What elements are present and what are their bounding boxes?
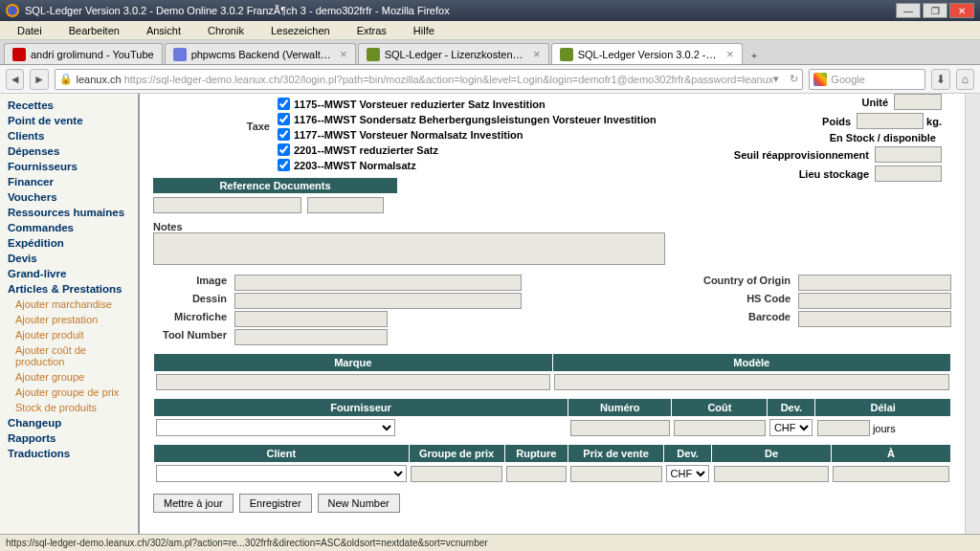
marque-header: Marque <box>154 354 553 372</box>
brand-table: MarqueModèle <box>153 353 951 392</box>
tax-1177-checkbox[interactable] <box>278 128 290 141</box>
page-icon <box>560 48 573 61</box>
groupe-input[interactable] <box>411 466 502 482</box>
delai-input[interactable] <box>817 420 870 436</box>
sidebar-ajouter-groupeprix[interactable]: Ajouter groupe de prix <box>8 385 136 400</box>
firefox-icon <box>6 4 19 17</box>
dev-header: Dev. <box>768 399 815 417</box>
sidebar-stock[interactable]: Stock de produits <box>8 400 136 415</box>
lock-icon: 🔒 <box>59 73 73 85</box>
sidebar-ajouter-produit[interactable]: Ajouter produit <box>8 327 136 342</box>
tab-sqlledger1[interactable]: SQL-Ledger - Lizenzkostenfreien Ope...× <box>358 43 549 64</box>
sidebar-ajouter-prestation[interactable]: Ajouter prestation <box>8 312 136 327</box>
tax-1176-label: 1176--MWST Sondersatz Beherbergungsleist… <box>294 114 657 125</box>
microfiche-input[interactable] <box>234 311 388 327</box>
menu-extras[interactable]: Extras <box>344 23 400 38</box>
a-header: À <box>831 445 950 463</box>
hscode-input[interactable] <box>798 293 951 309</box>
close-button[interactable]: ✕ <box>949 3 974 18</box>
sidebar-depenses[interactable]: Dépenses <box>8 143 136 159</box>
dev-select[interactable]: CHF <box>769 419 813 436</box>
menu-bearbeiten[interactable]: Bearbeiten <box>56 23 133 38</box>
vertical-scrollbar[interactable] <box>965 94 980 534</box>
new-tab-button[interactable]: + <box>745 47 764 64</box>
minimize-button[interactable]: — <box>896 3 921 18</box>
poids-input[interactable] <box>857 113 924 129</box>
barcode-input[interactable] <box>798 311 951 327</box>
menu-hilfe[interactable]: Hilfe <box>400 23 448 38</box>
close-icon[interactable]: × <box>726 47 734 61</box>
unite-input[interactable] <box>894 94 942 110</box>
fournisseur-select[interactable] <box>156 419 395 436</box>
a-input[interactable] <box>833 466 948 482</box>
sidebar-changeup[interactable]: Changeup <box>8 415 136 430</box>
client-select[interactable] <box>156 465 408 482</box>
sidebar-expedition[interactable]: Expédition <box>8 235 136 251</box>
rupture-input[interactable] <box>506 466 567 482</box>
sidebar-rapports[interactable]: Rapports <box>8 430 136 446</box>
maximize-button[interactable]: ❐ <box>923 3 947 18</box>
modele-input[interactable] <box>554 374 949 390</box>
menu-lesezeichen[interactable]: Lesezeichen <box>257 23 344 38</box>
save-button[interactable]: Enregistrer <box>239 494 312 513</box>
tool-input[interactable] <box>234 329 388 345</box>
reload-icon[interactable]: ↻ <box>790 73 798 85</box>
refdoc-input-2[interactable] <box>307 197 384 213</box>
refdoc-input-1[interactable] <box>153 197 301 213</box>
cout-input[interactable] <box>674 420 766 436</box>
sidebar-ajouter-cout[interactable]: Ajouter coût de production <box>8 342 136 369</box>
notes-textarea[interactable] <box>153 232 665 265</box>
tab-phpwcms[interactable]: phpwcms Backend (Verwaltung) - sql...× <box>165 43 356 64</box>
sidebar-vouchers[interactable]: Vouchers <box>8 189 136 205</box>
close-icon[interactable]: × <box>533 47 541 61</box>
home-button[interactable]: ⌂ <box>956 69 974 90</box>
close-icon[interactable]: × <box>340 47 347 61</box>
barcode-label: Barcode <box>748 311 798 322</box>
sidebar-traductions[interactable]: Traductions <box>8 446 136 461</box>
tab-youtube[interactable]: andri grolimund - YouTube <box>4 43 163 64</box>
numero-input[interactable] <box>570 420 670 436</box>
sidebar-clients[interactable]: Clients <box>8 128 136 143</box>
tax-1175-checkbox[interactable] <box>278 98 290 110</box>
sidebar-grandlivre[interactable]: Grand-livre <box>8 266 136 281</box>
de-input[interactable] <box>714 466 830 482</box>
downloads-button[interactable]: ⬇ <box>931 69 949 90</box>
menu-chronik[interactable]: Chronik <box>194 23 257 38</box>
tax-1177-label: 1177--MWST Vorsteuer Normalsatz Investit… <box>294 129 523 141</box>
sidebar-recettes[interactable]: Recettes <box>8 98 136 113</box>
menu-datei[interactable]: Datei <box>4 23 56 38</box>
image-input[interactable] <box>234 275 522 291</box>
sidebar-financer[interactable]: Financer <box>8 174 136 189</box>
supplier-table: Fournisseur Numéro Coût Dev. Délai CHF j… <box>153 398 951 438</box>
dessin-input[interactable] <box>234 293 522 309</box>
country-input[interactable] <box>798 275 951 291</box>
url-bar[interactable]: 🔒 leanux.ch https://sql-ledger-demo.lean… <box>55 69 804 90</box>
dropdown-icon[interactable]: ▾ <box>773 73 779 85</box>
tax-2201-checkbox[interactable] <box>278 143 290 156</box>
prix-input[interactable] <box>570 466 662 482</box>
sidebar-devis[interactable]: Devis <box>8 251 136 266</box>
back-button[interactable]: ◄ <box>6 69 24 90</box>
forward-button[interactable]: ► <box>30 69 48 90</box>
menu-ansicht[interactable]: Ansicht <box>133 23 194 38</box>
sidebar-fournisseurs[interactable]: Fournisseurs <box>8 159 136 174</box>
tax-2203-checkbox[interactable] <box>278 159 290 171</box>
lieu-input[interactable] <box>875 165 942 182</box>
right-column: Unité Poids kg. En Stock / disponible Se… <box>734 94 942 185</box>
search-bar[interactable]: Google <box>809 69 925 90</box>
tab-sqlledger2[interactable]: SQL-Ledger Version 3.0.2 - Demo Onl...× <box>551 43 743 64</box>
url-domain: leanux.ch <box>77 74 122 85</box>
sidebar-ajouter-marchandise[interactable]: Ajouter marchandise <box>8 297 136 312</box>
update-button[interactable]: Mettre à jour <box>153 494 234 513</box>
sidebar-ajouter-groupe[interactable]: Ajouter groupe <box>8 369 136 385</box>
sidebar-commandes[interactable]: Commandes <box>8 220 136 235</box>
tax-1176-checkbox[interactable] <box>278 113 290 125</box>
sidebar-articles[interactable]: Articles & Prestations <box>8 281 136 297</box>
sidebar-pointdevente[interactable]: Point de vente <box>8 113 136 128</box>
newnumber-button[interactable]: New Number <box>318 494 400 513</box>
clientdev-select[interactable]: CHF <box>666 465 709 482</box>
sidebar-ressources[interactable]: Ressources humaines <box>8 205 136 220</box>
url-path: https://sql-ledger-demo.leanux.ch/302/lo… <box>124 74 774 85</box>
marque-input[interactable] <box>156 374 551 390</box>
seuil-input[interactable] <box>875 146 942 163</box>
